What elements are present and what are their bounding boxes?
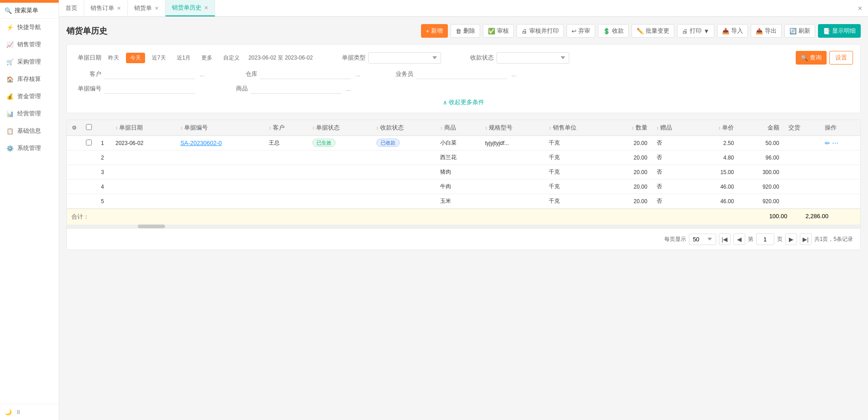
- sidebar-item-sales-mgmt[interactable]: 📈 销售管理: [0, 36, 59, 53]
- sidebar-item-sys-mgmt[interactable]: ⚙️ 系统管理: [0, 140, 59, 157]
- col-gear[interactable]: ⚙: [67, 120, 81, 136]
- select-all-checkbox[interactable]: [86, 124, 92, 130]
- row-collect-status: [372, 150, 436, 165]
- sidebar-item-label: 经营管理: [17, 110, 41, 118]
- delete-button[interactable]: 🗑 删除: [451, 24, 480, 38]
- scroll-thumb[interactable]: [138, 225, 165, 228]
- edit-icon[interactable]: ✏: [825, 140, 830, 147]
- page-title: 销货单历史: [66, 25, 107, 36]
- page-input[interactable]: [756, 233, 774, 245]
- batch-change-button[interactable]: ✏️ 批量变更: [632, 24, 674, 38]
- import-button[interactable]: 📥 导入: [717, 24, 748, 38]
- row-delivery: [784, 165, 821, 180]
- query-button[interactable]: 🔍 查询: [796, 51, 827, 65]
- last-page-btn[interactable]: ▶|: [800, 233, 812, 245]
- row-doc-no[interactable]: [176, 150, 265, 165]
- date-btn-more[interactable]: 更多: [197, 53, 216, 63]
- audit-button[interactable]: ✅ 审核: [483, 24, 514, 38]
- salesperson-dots[interactable]: ...: [512, 71, 517, 78]
- row-unit: 千克: [544, 194, 608, 209]
- docno-input[interactable]: [104, 84, 195, 94]
- sidebar-bottom-icon1[interactable]: 🌙: [5, 409, 12, 415]
- row-checkbox[interactable]: [81, 136, 96, 150]
- customer-label: 客户: [74, 70, 101, 78]
- col-doc-status[interactable]: ↕ 单据状态: [308, 120, 372, 136]
- row-checkbox[interactable]: [81, 150, 96, 165]
- sidebar-search[interactable]: 🔍 搜索菜单: [0, 3, 59, 19]
- col-gift[interactable]: ↕ 赠品: [652, 120, 695, 136]
- col-unit[interactable]: ↕ 销售单位: [544, 120, 608, 136]
- sidebar-bottom-icon2[interactable]: ⏸: [15, 409, 21, 415]
- col-amount[interactable]: 金额: [738, 120, 783, 136]
- filter-docno-group: 单据编号: [74, 84, 195, 94]
- sidebar-item-inventory[interactable]: 🏠 库存核算: [0, 70, 59, 88]
- col-doc-no[interactable]: ↕ 单据编号: [176, 120, 265, 136]
- warehouse-dots[interactable]: ...: [356, 71, 361, 78]
- tab-sales-order-close[interactable]: ✕: [117, 5, 121, 11]
- col-price[interactable]: ↕ 单价: [695, 120, 738, 136]
- row-doc-no[interactable]: [176, 180, 265, 194]
- collapse-button[interactable]: ∧ 收起更多条件: [443, 98, 484, 106]
- collect-status-select[interactable]: [497, 52, 569, 64]
- goods-input[interactable]: [251, 84, 341, 94]
- col-doc-date[interactable]: ↕ 单据日期: [111, 120, 176, 136]
- sidebar-item-purchase-mgmt[interactable]: 🛒 采购管理: [0, 53, 59, 70]
- tab-home[interactable]: 首页: [59, 0, 84, 16]
- warehouse-input[interactable]: [260, 69, 351, 79]
- tab-sales-delivery-close[interactable]: ✕: [155, 5, 159, 11]
- prev-page-btn[interactable]: ◀: [733, 233, 745, 245]
- refresh-button[interactable]: 🔄 刷新: [784, 24, 815, 38]
- tab-sales-order[interactable]: 销售订单 ✕: [84, 0, 128, 16]
- tab-sales-history-close[interactable]: ✕: [204, 5, 208, 11]
- sidebar-item-basic-info[interactable]: 📋 基础信息: [0, 122, 59, 140]
- col-goods[interactable]: ↕ 商品: [436, 120, 480, 136]
- row-unit: 千克: [544, 165, 608, 180]
- row-checkbox[interactable]: [81, 180, 96, 194]
- row-doc-no[interactable]: [176, 165, 265, 180]
- date-btn-custom[interactable]: 自定义: [219, 53, 244, 63]
- row-gift: 否: [652, 165, 695, 180]
- row-doc-no[interactable]: SA-20230602-0: [176, 136, 265, 150]
- row-gear: [67, 165, 81, 180]
- more-icon[interactable]: ⋯: [832, 140, 838, 147]
- collect-button[interactable]: 💲 收款: [598, 24, 629, 38]
- abandon-button[interactable]: ↩ 弃审: [567, 24, 595, 38]
- customer-input[interactable]: [104, 69, 195, 79]
- audit-print-button[interactable]: 🖨 审核并打印: [517, 24, 564, 38]
- row-checkbox[interactable]: [81, 194, 96, 209]
- col-customer[interactable]: ↕ 客户: [264, 120, 307, 136]
- settings-button[interactable]: 设置: [829, 51, 853, 65]
- date-btn-7days[interactable]: 近7天: [148, 53, 170, 63]
- salesperson-input[interactable]: [416, 69, 507, 79]
- sidebar-item-quick-nav[interactable]: ⚡ 快捷导航: [0, 19, 59, 36]
- date-btn-today[interactable]: 今天: [126, 53, 145, 63]
- next-page-btn[interactable]: ▶: [785, 233, 797, 245]
- row-checkbox[interactable]: [81, 165, 96, 180]
- sidebar-item-finance[interactable]: 💰 资金管理: [0, 88, 59, 105]
- row-doc-no[interactable]: [176, 194, 265, 209]
- row-price: 46.00: [695, 180, 738, 194]
- row-qty: 20.00: [608, 150, 652, 165]
- tab-close-all[interactable]: ✕: [852, 5, 868, 12]
- footer-total-amount: 2,286.00: [805, 213, 856, 221]
- show-detail-button[interactable]: 📑 显示明细: [818, 24, 861, 38]
- col-qty[interactable]: ↕ 数量: [608, 120, 652, 136]
- first-page-btn[interactable]: |◀: [719, 233, 731, 245]
- date-btn-1month[interactable]: 近1月: [173, 53, 195, 63]
- add-button[interactable]: + 新增: [421, 24, 448, 38]
- customer-dots[interactable]: ...: [200, 71, 205, 78]
- col-collect-status[interactable]: ↕ 收款状态: [372, 120, 436, 136]
- date-btn-yesterday[interactable]: 昨天: [104, 53, 123, 63]
- export-button[interactable]: 📤 导出: [751, 24, 782, 38]
- col-delivery[interactable]: 交货: [784, 120, 821, 136]
- goods-dots[interactable]: ...: [346, 85, 351, 92]
- row-spec: tyjyjtyjdf...: [481, 136, 545, 150]
- col-spec[interactable]: ↕ 规格型号: [481, 120, 545, 136]
- tab-sales-delivery[interactable]: 销货单 ✕: [128, 0, 166, 16]
- per-page-select[interactable]: 50: [689, 234, 716, 245]
- doctype-select[interactable]: [368, 52, 441, 64]
- sidebar-item-operations[interactable]: 📊 经营管理: [0, 105, 59, 122]
- table-scrollbar[interactable]: [67, 225, 860, 228]
- tab-sales-history[interactable]: 销货单历史 ✕: [166, 0, 215, 16]
- print-button[interactable]: 🖨 打印 ▼: [677, 24, 714, 38]
